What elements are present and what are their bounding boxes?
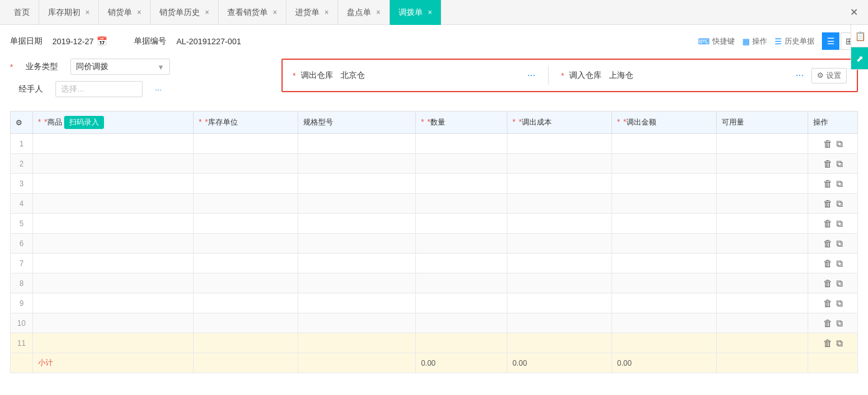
avail-cell-1[interactable]	[716, 134, 808, 154]
tab-item-view-sales[interactable]: 查看销货单×	[219, 0, 286, 25]
delete-icon-9[interactable]: 🗑	[823, 298, 833, 308]
person-more-button[interactable]: ···	[155, 85, 162, 94]
spec-cell-1[interactable]	[298, 134, 416, 154]
amount-cell-1[interactable]	[612, 134, 717, 154]
avail-cell-5[interactable]	[716, 214, 808, 234]
tab-close-inventory-init[interactable]: ×	[85, 8, 90, 17]
qty-cell-7[interactable]	[416, 254, 507, 274]
qty-cell-9[interactable]	[416, 293, 507, 313]
copy-icon-8[interactable]: ⧉	[836, 278, 843, 289]
avail-cell-7[interactable]	[716, 254, 808, 274]
product-cell-4[interactable]	[33, 194, 194, 214]
qty-cell-3[interactable]	[416, 174, 507, 194]
tab-item-sales-history[interactable]: 销货单历史×	[151, 0, 219, 25]
qty-cell-4[interactable]	[416, 194, 507, 214]
spec-cell-5[interactable]	[298, 214, 416, 234]
amount-cell-10[interactable]	[612, 313, 717, 333]
qty-cell-8[interactable]	[416, 274, 507, 293]
cost-cell-6[interactable]	[507, 234, 612, 254]
unit-cell-6[interactable]	[194, 234, 298, 254]
col-settings[interactable]: ⚙	[11, 112, 33, 134]
cost-cell-8[interactable]	[507, 274, 612, 293]
unit-cell-3[interactable]	[194, 174, 298, 194]
product-cell-1[interactable]	[33, 134, 194, 154]
spec-cell-11[interactable]	[298, 333, 416, 353]
qty-cell-2[interactable]	[416, 154, 507, 174]
cost-cell-3[interactable]	[507, 174, 612, 194]
operations-link[interactable]: ▦ 操作	[742, 36, 767, 47]
tab-item-transfer[interactable]: 调拨单×	[390, 0, 441, 25]
business-type-select[interactable]: 同价调拨 ▾	[70, 59, 170, 75]
person-select[interactable]: 选择...	[55, 81, 143, 97]
amount-cell-4[interactable]	[612, 194, 717, 214]
qty-cell-11[interactable]	[416, 333, 507, 353]
amount-cell-6[interactable]	[612, 234, 717, 254]
product-cell-6[interactable]	[33, 234, 194, 254]
unit-cell-2[interactable]	[194, 154, 298, 174]
spec-cell-7[interactable]	[298, 254, 416, 274]
product-cell-5[interactable]	[33, 214, 194, 234]
unit-cell-1[interactable]	[194, 134, 298, 154]
delete-icon-10[interactable]: 🗑	[823, 318, 833, 328]
amount-cell-7[interactable]	[612, 254, 717, 274]
copy-icon-11[interactable]: ⧉	[836, 338, 843, 349]
tab-item-home[interactable]: 首页	[5, 0, 39, 25]
avail-cell-10[interactable]	[716, 313, 808, 333]
delete-icon-7[interactable]: 🗑	[823, 258, 833, 269]
scan-entry-button[interactable]: 扫码录入	[64, 116, 104, 129]
tab-item-inventory-init[interactable]: 库存期初×	[39, 0, 99, 25]
amount-cell-5[interactable]	[612, 214, 717, 234]
avail-cell-3[interactable]	[716, 174, 808, 194]
amount-cell-11[interactable]	[612, 333, 717, 353]
avail-cell-8[interactable]	[716, 274, 808, 293]
avail-cell-6[interactable]	[716, 234, 808, 254]
spec-cell-6[interactable]	[298, 234, 416, 254]
spec-cell-2[interactable]	[298, 154, 416, 174]
avail-cell-2[interactable]	[716, 154, 808, 174]
cost-cell-9[interactable]	[507, 293, 612, 313]
delete-icon-4[interactable]: 🗑	[823, 198, 833, 209]
qty-cell-10[interactable]	[416, 313, 507, 333]
unit-cell-8[interactable]	[194, 274, 298, 293]
qty-cell-6[interactable]	[416, 234, 507, 254]
warehouse-out-more-button[interactable]: ···	[527, 70, 535, 81]
cost-cell-1[interactable]	[507, 134, 612, 154]
amount-cell-2[interactable]	[612, 154, 717, 174]
tab-item-purchase-order[interactable]: 进货单×	[286, 0, 338, 25]
copy-icon-6[interactable]: ⧉	[836, 238, 843, 249]
product-cell-9[interactable]	[33, 293, 194, 313]
delete-icon-6[interactable]: 🗑	[823, 238, 833, 249]
cost-cell-7[interactable]	[507, 254, 612, 274]
calendar-icon[interactable]: 📅	[97, 36, 107, 46]
copy-icon-2[interactable]: ⧉	[836, 158, 843, 169]
close-all-button[interactable]: ✕	[844, 3, 863, 22]
product-cell-11[interactable]	[33, 333, 194, 353]
warehouse-in-more-button[interactable]: ···	[796, 70, 804, 81]
unit-cell-9[interactable]	[194, 293, 298, 313]
copy-icon-3[interactable]: ⧉	[836, 178, 843, 189]
copy-icon-4[interactable]: ⧉	[836, 198, 843, 209]
avail-cell-4[interactable]	[716, 194, 808, 214]
unit-cell-7[interactable]	[194, 254, 298, 274]
cost-cell-4[interactable]	[507, 194, 612, 214]
product-cell-10[interactable]	[33, 313, 194, 333]
product-cell-3[interactable]	[33, 174, 194, 194]
product-cell-8[interactable]	[33, 274, 194, 293]
spec-cell-9[interactable]	[298, 293, 416, 313]
cost-cell-11[interactable]	[507, 333, 612, 353]
delete-icon-5[interactable]: 🗑	[823, 218, 833, 229]
copy-icon-9[interactable]: ⧉	[836, 298, 843, 309]
delete-icon-8[interactable]: 🗑	[823, 278, 833, 288]
spec-cell-4[interactable]	[298, 194, 416, 214]
delete-icon-3[interactable]: 🗑	[823, 178, 833, 189]
copy-icon-5[interactable]: ⧉	[836, 218, 843, 229]
panel-list-button[interactable]: 📋	[851, 25, 868, 47]
tab-close-stocktake[interactable]: ×	[376, 8, 380, 17]
list-view-button[interactable]: ☰	[822, 32, 839, 50]
copy-icon-10[interactable]: ⧉	[836, 318, 843, 329]
copy-icon-7[interactable]: ⧉	[836, 258, 843, 269]
unit-cell-5[interactable]	[194, 214, 298, 234]
tab-close-sales-history[interactable]: ×	[205, 8, 209, 17]
tab-item-stocktake[interactable]: 盘点单×	[338, 0, 390, 25]
unit-cell-10[interactable]	[194, 313, 298, 333]
